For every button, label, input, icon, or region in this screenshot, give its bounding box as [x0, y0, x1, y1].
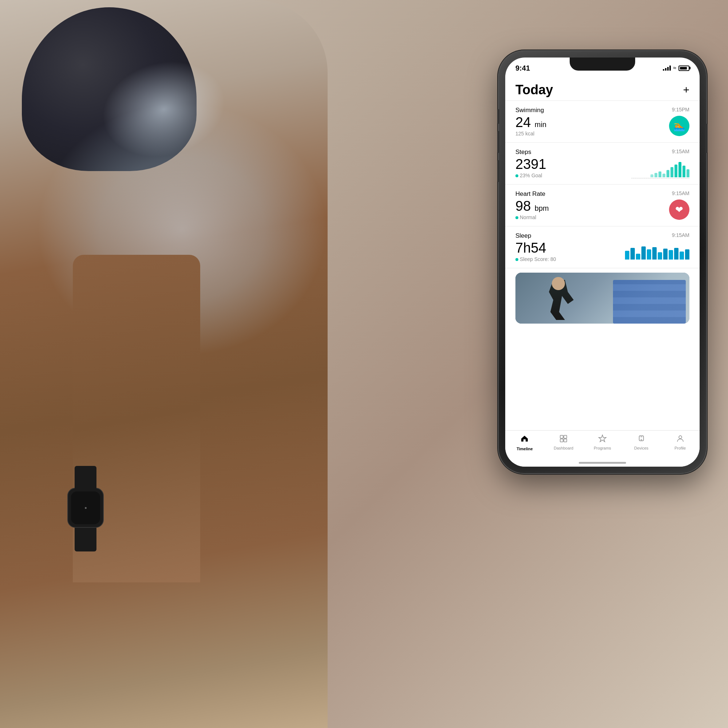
- nav-timeline[interactable]: Timeline: [510, 434, 539, 451]
- heart-rate-title: Heart Rate: [515, 190, 545, 198]
- steps-title: Steps: [515, 148, 531, 156]
- phone-screen: 9:41 ≈ Today: [505, 58, 700, 466]
- page-title: Today: [515, 82, 553, 98]
- swimming-card[interactable]: Swimming 9:15PM 24 min 125 kcal 🏊: [505, 101, 700, 143]
- svg-rect-4: [639, 436, 644, 441]
- volume-up-button: [497, 131, 499, 153]
- steps-sub: 23% Goal: [515, 173, 546, 178]
- swimming-value: 24 min: [515, 115, 546, 129]
- promo-card[interactable]: [515, 273, 690, 324]
- profile-label: Profile: [674, 446, 686, 450]
- status-icons: ≈: [663, 65, 690, 71]
- profile-icon: [676, 434, 685, 444]
- promo-figure: [537, 276, 581, 320]
- status-time: 9:41: [515, 64, 530, 72]
- heart-rate-time: 9:15AM: [672, 190, 690, 196]
- swim-icon: 🏊: [673, 121, 685, 132]
- nav-programs[interactable]: Programs: [588, 434, 617, 450]
- signal-icon: [663, 66, 671, 70]
- timeline-label: Timeline: [517, 447, 532, 451]
- app-content: Today + Swimming 9:15PM 24 min 125 kcal: [505, 76, 700, 430]
- home-indicator: [579, 462, 626, 464]
- svg-rect-2: [560, 439, 563, 442]
- devices-label: Devices: [634, 446, 648, 450]
- mute-button: [497, 109, 499, 124]
- bottom-nav: Timeline Dashboard: [505, 430, 700, 466]
- phone-frame: 9:41 ≈ Today: [499, 51, 706, 473]
- swimming-time: 9:15PM: [672, 107, 690, 112]
- sleep-title: Sleep: [515, 232, 531, 240]
- battery-icon: [679, 66, 690, 71]
- heart-rate-card[interactable]: Heart Rate 9:15AM 98 bpm Normal ❤: [505, 185, 700, 226]
- nav-dashboard[interactable]: Dashboard: [549, 434, 578, 450]
- timeline-icon: [520, 434, 529, 445]
- nav-profile[interactable]: Profile: [666, 434, 695, 450]
- sleep-time: 9:15AM: [672, 232, 690, 238]
- sleep-sub: Sleep Score: 80: [515, 256, 556, 262]
- phone: 9:41 ≈ Today: [499, 51, 706, 473]
- programs-icon: [598, 434, 607, 444]
- app-header: Today +: [505, 76, 700, 101]
- swimming-sub: 125 kcal: [515, 131, 546, 136]
- steps-chart: [650, 159, 690, 177]
- notch: [570, 58, 635, 70]
- heart-rate-value: 98 bpm: [515, 199, 549, 213]
- wifi-icon: ≈: [673, 65, 676, 71]
- svg-rect-0: [560, 435, 563, 438]
- programs-label: Programs: [594, 446, 611, 450]
- heart-icon: ❤: [675, 204, 683, 216]
- svg-point-5: [641, 439, 642, 440]
- sleep-card[interactable]: Sleep 9:15AM 7h54 Sleep Score: 80: [505, 226, 700, 268]
- swimmer-photo: [0, 0, 401, 728]
- swimming-title: Swimming: [515, 107, 544, 114]
- sleep-value: 7h54: [515, 241, 556, 255]
- promo-seats: [613, 280, 686, 324]
- add-button[interactable]: +: [683, 84, 690, 96]
- steps-time: 9:15AM: [672, 148, 690, 154]
- dashboard-icon: [559, 434, 568, 444]
- power-button: [705, 124, 708, 153]
- svg-rect-1: [564, 435, 567, 438]
- svg-rect-3: [564, 439, 567, 442]
- volume-down-button: [497, 160, 499, 182]
- svg-point-6: [679, 436, 682, 439]
- swimming-icon-circle: 🏊: [669, 116, 690, 136]
- steps-card[interactable]: Steps 9:15AM 2391 23% Goal: [505, 143, 700, 185]
- heart-rate-sub: Normal: [515, 214, 549, 220]
- nav-devices[interactable]: Devices: [627, 434, 656, 450]
- sleep-chart: [625, 245, 690, 260]
- dashboard-label: Dashboard: [554, 446, 573, 450]
- steps-value: 2391: [515, 157, 546, 171]
- devices-icon: [637, 434, 646, 444]
- heart-rate-icon-circle: ❤: [669, 199, 690, 220]
